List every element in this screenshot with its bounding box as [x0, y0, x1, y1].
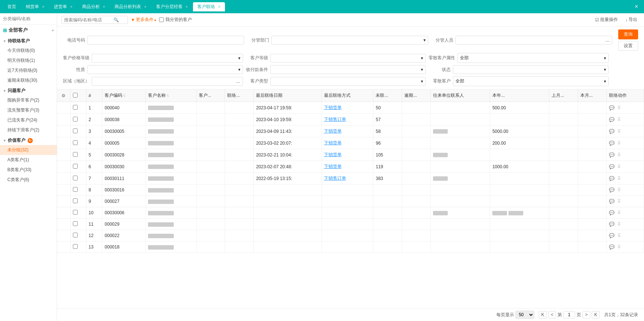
export-btn[interactable]: ↓ 导出: [623, 15, 640, 24]
row-select-checkbox[interactable]: [73, 233, 78, 237]
contact-method-link[interactable]: 下销售订单: [324, 117, 346, 122]
sidebar-search-input[interactable]: [3, 16, 57, 21]
nature-select[interactable]: ▾: [87, 65, 243, 74]
close-product-analysis-tab[interactable]: ×: [103, 4, 105, 9]
tab-customer-contact[interactable]: 客户联络 ×: [193, 2, 225, 11]
phone-input[interactable]: [87, 36, 244, 45]
value-customer-group[interactable]: ▼ 价值客户 ↻: [0, 135, 57, 145]
retail-attr-select[interactable]: 全部 ▾: [457, 53, 609, 63]
unit-contact-col-header[interactable]: 往来单位联系人: [431, 89, 490, 102]
contact-method-link[interactable]: 下销售订单: [324, 176, 346, 181]
region-input[interactable]: …: [92, 77, 243, 86]
close-product-list-tab[interactable]: ×: [144, 4, 146, 9]
sidebar-item-class-b[interactable]: B类客户(33): [0, 165, 57, 175]
more-icon[interactable]: ⠿: [617, 187, 621, 193]
row-last-method[interactable]: 下销货单: [321, 126, 373, 137]
overdue-col-header[interactable]: 逾期...: [402, 89, 431, 102]
close-sales-tab[interactable]: ×: [42, 4, 44, 9]
type-col-header[interactable]: 客户...: [196, 89, 225, 102]
contact-method-link[interactable]: 下销货单: [324, 105, 342, 110]
page-input[interactable]: [563, 311, 575, 318]
tab-sales[interactable]: 销货单 ×: [21, 2, 49, 11]
close-purchase-tab[interactable]: ×: [70, 4, 72, 9]
more-icon[interactable]: ⠿: [617, 233, 621, 238]
next-page-btn[interactable]: >: [583, 311, 590, 318]
more-icon[interactable]: ⠿: [617, 117, 621, 122]
more-icon[interactable]: ⠿: [617, 176, 621, 181]
row-select-checkbox[interactable]: [73, 117, 78, 121]
settings-col-header[interactable]: ⚙: [57, 89, 70, 102]
row-last-method[interactable]: 下销货单: [321, 102, 373, 114]
customer-level-select[interactable]: ▾: [270, 54, 426, 63]
uncontacted-col-header[interactable]: 未联...: [373, 89, 402, 102]
more-icon[interactable]: ⠿: [617, 199, 621, 204]
more-icon[interactable]: ⠿: [617, 141, 621, 146]
all-customers-header[interactable]: ⊞ 全部客户 «: [0, 25, 57, 36]
last-contact-date-col-header[interactable]: 最后联络日期: [254, 89, 321, 102]
prev-page-btn[interactable]: <: [548, 311, 556, 318]
contact-icon[interactable]: 💬: [609, 105, 615, 110]
this-month-col-header[interactable]: 本月...: [578, 89, 606, 102]
contact-icon[interactable]: 💬: [609, 176, 615, 181]
sidebar-item-hoarding[interactable]: 囤购异常客户(2): [0, 95, 57, 105]
status-select[interactable]: ▾: [453, 65, 609, 74]
row-last-method[interactable]: [321, 219, 373, 230]
first-page-btn[interactable]: K: [539, 311, 547, 318]
more-icon[interactable]: ⠿: [617, 210, 621, 215]
row-last-method[interactable]: 下销售订单: [321, 173, 373, 184]
contact-icon[interactable]: 💬: [609, 233, 615, 238]
payment-select[interactable]: ▾: [270, 65, 426, 74]
search-input[interactable]: [64, 17, 112, 22]
my-customers-checkbox[interactable]: [159, 17, 164, 22]
sidebar-item-today[interactable]: 今天待联络(0): [0, 46, 57, 56]
contact-icon[interactable]: 💬: [609, 187, 615, 193]
collapse-sidebar-icon[interactable]: «: [52, 28, 54, 32]
sidebar-item-class-c[interactable]: C类客户(6): [0, 175, 57, 185]
tab-home[interactable]: 首页: [3, 2, 21, 11]
more-icon[interactable]: ⠿: [617, 244, 621, 250]
row-select-checkbox[interactable]: [73, 105, 78, 110]
sidebar-item-churn-warn[interactable]: 流失预警客户(3): [0, 105, 57, 115]
customer-type-select[interactable]: ▾: [270, 77, 426, 86]
contact-icon[interactable]: 💬: [609, 164, 615, 169]
contact-icon[interactable]: 💬: [609, 129, 615, 134]
more-conditions-btn[interactable]: ▼ 更多条件 ▴: [131, 17, 156, 23]
last-page-btn[interactable]: K: [592, 311, 600, 318]
more-icon[interactable]: ⠿: [617, 164, 621, 169]
code-col-header[interactable]: 客户编码 ⇅: [102, 89, 146, 102]
manager-input[interactable]: …: [455, 36, 612, 45]
problem-customer-group[interactable]: ▼ 问题客户: [0, 85, 57, 95]
price-level-select[interactable]: ▾: [92, 54, 243, 63]
sidebar-item-7days[interactable]: 近7天待联络(0): [0, 66, 57, 75]
row-select-checkbox[interactable]: [73, 221, 78, 226]
last-month-col-header[interactable]: 上月...: [549, 89, 578, 102]
refresh-badge[interactable]: ↻: [28, 138, 33, 143]
row-select-checkbox[interactable]: [73, 128, 78, 133]
tab-customer-tier[interactable]: 客户分层经客 ×: [152, 2, 192, 11]
pending-contact-group[interactable]: ▼ 待联络客户: [0, 36, 57, 46]
tab-purchase[interactable]: 进货单 ×: [49, 2, 77, 11]
sidebar-item-overdue[interactable]: 逾期未联络(30): [0, 75, 57, 85]
sidebar-item-ungroup[interactable]: 未分组(32): [0, 145, 57, 155]
contact-icon[interactable]: 💬: [609, 210, 615, 215]
query-button[interactable]: 查询: [618, 29, 638, 39]
sidebar-item-lost[interactable]: 已流失客户(24): [0, 115, 57, 125]
row-select-checkbox[interactable]: [73, 187, 78, 192]
sidebar-item-class-a[interactable]: A类客户(1): [0, 155, 57, 165]
row-last-method[interactable]: 下销货单: [321, 149, 373, 161]
row-last-method[interactable]: 下销货单: [321, 137, 373, 149]
row-select-checkbox[interactable]: [73, 140, 78, 145]
row-last-method[interactable]: [321, 230, 373, 241]
row-select-checkbox[interactable]: [73, 210, 78, 215]
row-select-checkbox[interactable]: [73, 152, 78, 157]
more-icon[interactable]: ⠿: [617, 152, 621, 158]
this-year-col-header[interactable]: 本年...: [490, 89, 549, 102]
contact-icon[interactable]: 💬: [609, 152, 615, 158]
contact-method-link[interactable]: 下销货单: [324, 140, 342, 145]
row-last-method[interactable]: 下销售订单: [321, 114, 373, 126]
row-last-method[interactable]: 下销货单: [321, 161, 373, 173]
row-select-checkbox[interactable]: [73, 164, 78, 169]
dept-select[interactable]: ▾: [271, 36, 428, 45]
last-contact-method-col-header[interactable]: 最后联络方式: [321, 89, 373, 102]
row-last-method[interactable]: [321, 184, 373, 196]
